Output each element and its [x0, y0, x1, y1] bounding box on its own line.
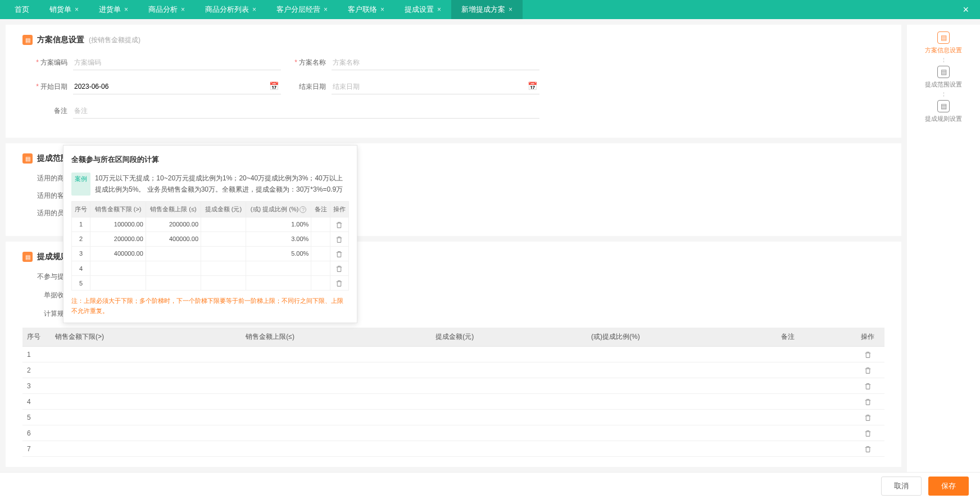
delete-icon[interactable]	[864, 350, 872, 359]
end-date-input[interactable]	[332, 79, 539, 94]
table-row: 1100000.00200000.001.00%	[72, 217, 349, 232]
tooltip-title: 全额参与所在区间段的计算	[71, 155, 349, 165]
form-icon: ▤	[941, 34, 947, 42]
delete-icon[interactable]	[335, 220, 343, 229]
plan-code-input[interactable]	[73, 55, 281, 70]
tab-bar: 首页 销货单× 进货单× 商品分析× 商品分析列表× 客户分层经营× 客户联络×…	[0, 0, 980, 19]
footer-bar: 取消 保存	[0, 472, 980, 499]
help-icon: ?	[300, 206, 306, 213]
delete-icon[interactable]	[864, 429, 872, 437]
anchor-plan-info[interactable]: ▤ 方案信息设置	[925, 31, 962, 55]
tab-new-commission-plan[interactable]: 新增提成方案×	[451, 0, 523, 19]
table-row: 3400000.005.00%	[72, 246, 349, 261]
tooltip-note: 注：上限必须大于下限；多个阶梯时，下一个阶梯下限要等于前一阶梯上限；不同行之间下…	[71, 296, 349, 316]
table-row[interactable]: 4	[22, 394, 884, 410]
close-icon[interactable]: ×	[324, 0, 328, 19]
remark-input[interactable]	[73, 103, 539, 119]
example-badge: 案例	[71, 173, 90, 196]
anchor-rules[interactable]: ▤ 提成规则设置	[925, 100, 962, 123]
delete-icon[interactable]	[864, 444, 872, 453]
table-row: 5	[72, 276, 349, 291]
table-row[interactable]: 3	[22, 378, 884, 394]
table-row: 4	[72, 261, 349, 275]
panel-plan-info: ▤ 方案信息设置 (按销售金额提成) *方案编码 *方案名称 *开始日期 📅	[6, 25, 901, 138]
anchor-range[interactable]: ▤ 提成范围设置	[925, 66, 962, 89]
close-icon[interactable]: ×	[509, 0, 512, 19]
table-row[interactable]: 6	[22, 425, 884, 441]
panel-subtitle: (按销售金额提成)	[89, 35, 140, 45]
tab-customer-contact[interactable]: 客户联络×	[338, 0, 394, 19]
form-icon: ▤	[941, 102, 947, 110]
close-icon[interactable]: ×	[75, 0, 79, 19]
table-row: 2200000.00400000.003.00%	[72, 232, 349, 246]
section-icon: ▤	[22, 252, 33, 262]
tab-commission-settings[interactable]: 提成设置×	[394, 0, 451, 19]
anchor-nav: ▤ 方案信息设置 ▤ 提成范围设置 ▤ 提成规则设置	[907, 25, 980, 472]
cancel-button[interactable]: 取消	[881, 477, 922, 496]
delete-icon[interactable]	[335, 279, 343, 287]
save-button[interactable]: 保存	[928, 477, 969, 496]
delete-icon[interactable]	[864, 413, 872, 421]
panel-title: 方案信息设置	[37, 35, 84, 45]
close-all-tabs[interactable]: ×	[956, 4, 976, 16]
tab-product-analysis-list[interactable]: 商品分析列表×	[195, 0, 266, 19]
tab-product-analysis[interactable]: 商品分析×	[138, 0, 195, 19]
delete-icon[interactable]	[864, 366, 872, 374]
delete-icon[interactable]	[864, 382, 872, 390]
tab-customer-tier[interactable]: 客户分层经营×	[266, 0, 338, 19]
start-date-input[interactable]	[73, 79, 281, 94]
close-icon[interactable]: ×	[181, 0, 185, 19]
close-icon[interactable]: ×	[124, 0, 128, 19]
delete-icon[interactable]	[335, 264, 343, 273]
help-tooltip: 全额参与所在区间段的计算 案例 10万元以下无提成；10~20万元提成比例为1%…	[63, 145, 357, 323]
rules-table: 序号 销售金额下限(>) 销售金额上限(≤) 提成金额(元) (或)提成比例(%…	[22, 328, 884, 457]
section-icon: ▤	[22, 35, 33, 45]
table-row[interactable]: 2	[22, 362, 884, 378]
delete-icon[interactable]	[864, 397, 872, 406]
section-icon: ▤	[22, 153, 33, 164]
delete-icon[interactable]	[335, 250, 343, 258]
tooltip-table: 序号 销售金额下限 (>) 销售金额上限 (≤) 提成金额 (元) (或) 提成…	[71, 201, 349, 291]
tab-home[interactable]: 首页	[4, 0, 39, 19]
table-row[interactable]: 5	[22, 410, 884, 425]
close-icon[interactable]: ×	[380, 0, 384, 19]
form-icon: ▤	[941, 68, 947, 76]
tab-purchase-order[interactable]: 进货单×	[89, 0, 138, 19]
table-row[interactable]: 7	[22, 441, 884, 457]
delete-icon[interactable]	[335, 235, 343, 243]
tab-sales-order[interactable]: 销货单×	[39, 0, 89, 19]
example-text: 10万元以下无提成；10~20万元提成比例为1%；20~40万提成比例为3%；4…	[95, 173, 349, 196]
close-icon[interactable]: ×	[252, 0, 256, 19]
close-icon[interactable]: ×	[437, 0, 441, 19]
plan-name-input[interactable]	[332, 55, 539, 70]
table-row[interactable]: 1	[22, 347, 884, 362]
